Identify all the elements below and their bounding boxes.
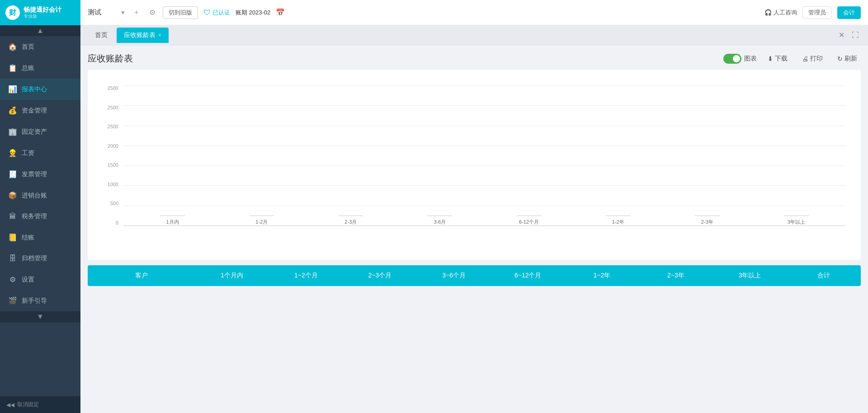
sidebar-item-settings[interactable]: ⚙ 设置	[0, 269, 80, 290]
sidebar-item-inventory[interactable]: 📦 进销台账	[0, 185, 80, 206]
period-value: 2023-02	[249, 9, 271, 16]
bar-4	[427, 216, 452, 216]
tabs-right-actions: ✕ ⛶	[837, 29, 861, 41]
archive-icon: 🗄	[8, 254, 17, 263]
sidebar: 财 畅捷通好会计 专业版 ▲ 🏠 首页 📋 总账 📊 报表中心 💰 资金管理 🏢…	[0, 0, 80, 413]
th-1to2month: 1~2个月	[269, 265, 343, 286]
logo-icon: 财	[5, 5, 20, 20]
th-2to3month: 2~3个月	[343, 265, 417, 286]
print-btn[interactable]: 🖨 打印	[798, 53, 826, 65]
bar-label-4: 3-6月	[434, 219, 446, 225]
sidebar-item-home[interactable]: 🏠 首页	[0, 36, 80, 57]
sidebar-item-closing-label: 结账	[22, 234, 34, 242]
service-btn[interactable]: 🎧 人工咨询	[764, 9, 797, 17]
sidebar-item-wages[interactable]: 👷 工资	[0, 142, 80, 164]
th-2to3year: 2~3年	[639, 265, 713, 286]
scroll-up-btn[interactable]: ▲	[0, 25, 80, 36]
bar-group-5: 6-12个月	[517, 216, 542, 225]
bar-label-3: 2-3月	[344, 219, 357, 225]
old-version-btn[interactable]: 切到旧版	[163, 6, 198, 19]
th-1to2year: 1~2年	[565, 265, 639, 286]
bar-label-7: 2-3年	[701, 219, 713, 225]
y-label-1000: 1000	[108, 182, 118, 187]
y-label-1500: 1500	[108, 162, 118, 168]
th-1month: 1个月内	[195, 265, 269, 286]
sidebar-item-ledger[interactable]: 📋 总账	[0, 57, 80, 79]
download-btn[interactable]: ⬇ 下载	[764, 53, 791, 65]
th-3to6month: 3~6个月	[417, 265, 491, 286]
download-icon: ⬇	[768, 55, 773, 62]
sidebar-item-tax[interactable]: 🏛 税务管理	[0, 206, 80, 227]
sidebar-logo: 财 畅捷通好会计 专业版	[0, 0, 80, 25]
toggle-switch[interactable]	[723, 54, 741, 64]
toggle-label-text: 图表	[744, 55, 757, 63]
chart-toggle[interactable]: 图表	[723, 54, 757, 64]
sidebar-item-guide-label: 新手引导	[22, 297, 47, 305]
bar-7	[695, 216, 720, 216]
bar-5	[517, 216, 542, 216]
sidebar-item-inventory-label: 进销台账	[22, 192, 47, 200]
sidebar-item-wages-label: 工资	[22, 149, 34, 157]
period-info: 账期 2023-02	[236, 9, 270, 17]
print-icon: 🖨	[802, 55, 808, 62]
sidebar-item-closing[interactable]: 📒 结账	[0, 227, 80, 248]
y-label-2500-3: 2500	[108, 124, 118, 129]
manager-btn[interactable]: 管理员	[802, 6, 832, 19]
bar-label-5: 6-12个月	[519, 219, 539, 225]
cancel-fixed-btn[interactable]: ◀◀ 取消固定	[0, 396, 80, 413]
invoice-icon: 🧾	[8, 170, 17, 178]
bar-group-8: 3年以上	[784, 216, 809, 225]
sidebar-item-reports[interactable]: 📊 报表中心	[0, 79, 80, 100]
bar-group-7: 2-3年	[695, 216, 720, 225]
close-window-icon[interactable]: ✕	[837, 29, 846, 41]
chart-grid-area: 1月内 1-2月 2-3月	[123, 85, 845, 225]
th-customer: 客户	[88, 265, 195, 286]
reports-icon: 📊	[8, 85, 17, 94]
bars-area: 1月内 1-2月 2-3月	[123, 85, 845, 225]
home-icon: 🏠	[8, 42, 17, 51]
sidebar-item-settings-label: 设置	[22, 276, 34, 284]
scroll-down-btn[interactable]: ▼	[0, 311, 80, 322]
y-label-2500-top: 2500	[108, 85, 118, 91]
add-workspace-btn[interactable]: ＋	[131, 6, 142, 19]
bar-1	[160, 216, 185, 216]
y-label-500: 500	[110, 201, 118, 206]
sidebar-item-guide[interactable]: 🎬 新手引导	[0, 290, 80, 311]
period-prefix: 账期	[236, 9, 247, 16]
workspace-dropdown-icon[interactable]: ▼	[120, 9, 126, 16]
sidebar-item-invoice[interactable]: 🧾 发票管理	[0, 164, 80, 185]
expand-icon[interactable]: ⛶	[850, 29, 861, 41]
tabs-bar: 首页 应收账龄表 × ✕ ⛶	[80, 25, 868, 45]
content-area: 首页 应收账龄表 × ✕ ⛶ 应收账龄表 图表	[80, 25, 868, 413]
sidebar-item-finance[interactable]: 💰 资金管理	[0, 100, 80, 121]
bar-group-4: 3-6月	[427, 216, 452, 225]
app-name: 畅捷通好会计	[24, 6, 61, 14]
report-header: 应收账龄表 图表 ⬇ 下载 🖨 打印 ↻	[88, 52, 861, 65]
chart-card: 2500 2500 2500 2000 1500 1000 500 0	[88, 70, 861, 260]
bar-3	[338, 216, 363, 216]
accountant-btn[interactable]: 会计	[837, 6, 861, 19]
logo-text-block: 畅捷通好会计 专业版	[24, 6, 61, 20]
tab-close-icon[interactable]: ×	[158, 32, 161, 38]
tab-aging-label: 应收账龄表	[124, 31, 156, 39]
sidebar-item-tax-label: 税务管理	[22, 212, 47, 221]
bar-label-1: 1月内	[166, 219, 179, 225]
sidebar-item-assets[interactable]: 🏢 固定资产	[0, 121, 80, 142]
y-label-0: 0	[116, 220, 118, 225]
table-card: 客户 1个月内 1~2个月 2~3个月 3~6个月 6~12个月 1~2年 2~…	[88, 265, 861, 286]
workspace-settings-icon[interactable]: ⚙	[147, 6, 157, 19]
shield-icon: 🛡	[203, 9, 211, 17]
tab-home[interactable]: 首页	[88, 28, 115, 43]
refresh-btn[interactable]: ↻ 刷新	[834, 53, 861, 65]
sidebar-item-archive[interactable]: 🗄 归档管理	[0, 248, 80, 269]
ledger-icon: 📋	[8, 64, 17, 72]
certified-badge: 🛡 已认证	[203, 9, 230, 17]
tax-icon: 🏛	[8, 212, 17, 221]
sidebar-scroll: ▲ 🏠 首页 📋 总账 📊 报表中心 💰 资金管理 🏢 固定资产 👷 工资 🧾 …	[0, 25, 80, 396]
y-label-2000: 2000	[108, 143, 118, 149]
tab-aging[interactable]: 应收账龄表 ×	[117, 28, 169, 43]
bar-label-8: 3年以上	[788, 219, 805, 225]
calendar-icon[interactable]: 📅	[276, 8, 285, 17]
y-label-2500-2: 2500	[108, 105, 118, 110]
finance-icon: 💰	[8, 106, 17, 115]
